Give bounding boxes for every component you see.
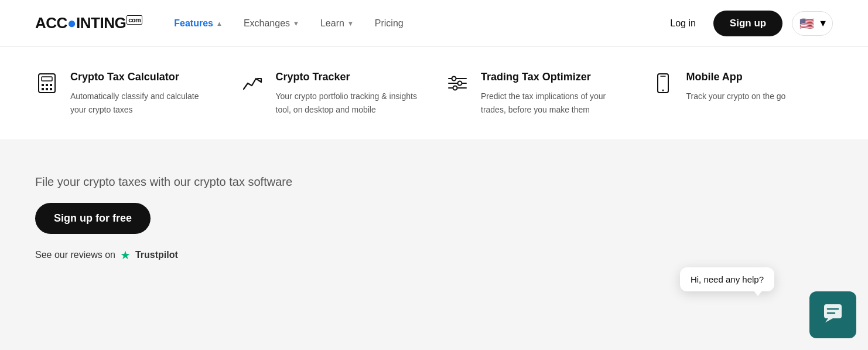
feature-crypto-tracker-desc: Your crypto portfolio tracking & insight… <box>276 90 423 116</box>
flag-icon: 🇺🇸 <box>797 14 816 33</box>
logo[interactable]: ACC●INTINGcom <box>35 14 142 32</box>
feature-crypto-tracker-content: Crypto Tracker Your crypto portfolio tra… <box>276 70 423 116</box>
nav-item-exchanges[interactable]: Exchanges ▼ <box>235 13 307 33</box>
signup-button[interactable]: Sign up <box>713 11 782 36</box>
sliders-icon <box>446 72 469 95</box>
main-nav: Features ▲ Exchanges ▼ Learn ▼ Pricing <box>166 13 662 33</box>
feature-mobile-app-content: Mobile App Track your crypto on the go <box>686 70 786 103</box>
feature-crypto-tax-title: Crypto Tax Calculator <box>70 70 217 84</box>
svg-rect-5 <box>42 88 44 90</box>
feature-crypto-tracker-title: Crypto Tracker <box>276 70 423 84</box>
chart-icon <box>241 72 264 95</box>
feature-mobile-app[interactable]: Mobile App Track your crypto on the go <box>651 70 833 116</box>
svg-point-13 <box>453 86 457 90</box>
feature-crypto-tax-content: Crypto Tax Calculator Automatically clas… <box>70 70 217 116</box>
feature-crypto-tracker[interactable]: Crypto Tracker Your crypto portfolio tra… <box>241 70 423 116</box>
chevron-up-icon: ▲ <box>216 20 223 27</box>
feature-trading-tax-content: Trading Tax Optimizer Predict the tax im… <box>481 70 628 116</box>
language-selector[interactable]: 🇺🇸 ▼ <box>792 11 833 36</box>
svg-rect-3 <box>46 84 48 86</box>
svg-point-15 <box>662 90 664 91</box>
feature-mobile-app-title: Mobile App <box>686 70 786 84</box>
svg-rect-6 <box>46 88 48 90</box>
feature-trading-tax-title: Trading Tax Optimizer <box>481 70 628 84</box>
chat-bubble: Hi, need any help? <box>680 267 774 286</box>
svg-point-11 <box>452 77 456 81</box>
trustpilot-row: See our reviews on ★ Trustpilot <box>35 248 833 262</box>
chevron-down-icon: ▼ <box>818 18 828 29</box>
hero-subtitle: File your crypto taxes with our crypto t… <box>35 175 833 189</box>
feature-trading-tax-optimizer[interactable]: Trading Tax Optimizer Predict the tax im… <box>446 70 628 116</box>
feature-mobile-app-desc: Track your crypto on the go <box>686 90 786 103</box>
svg-point-12 <box>458 81 462 86</box>
svg-rect-7 <box>50 88 52 90</box>
calculator-icon <box>35 72 59 95</box>
feature-trading-tax-desc: Predict the tax implications of your tra… <box>481 90 628 116</box>
feature-crypto-tax-calculator[interactable]: Crypto Tax Calculator Automatically clas… <box>35 70 217 116</box>
feature-crypto-tax-desc: Automatically classify and calculate you… <box>70 90 217 116</box>
svg-rect-4 <box>50 84 52 86</box>
chevron-down-icon: ▼ <box>347 20 354 27</box>
nav-item-pricing[interactable]: Pricing <box>367 13 412 33</box>
features-dropdown: Crypto Tax Calculator Automatically clas… <box>0 47 868 140</box>
chat-bubble-text: Hi, need any help? <box>691 274 764 284</box>
svg-rect-2 <box>42 84 44 86</box>
nav-actions: Log in Sign up 🇺🇸 ▼ <box>662 11 833 36</box>
svg-rect-1 <box>42 77 52 81</box>
navbar: ACC●INTINGcom Features ▲ Exchanges ▼ Lea… <box>0 0 868 47</box>
trustpilot-name: Trustpilot <box>135 250 178 260</box>
signup-free-button[interactable]: Sign up for free <box>35 203 151 234</box>
logo-text: ACC●INTINGcom <box>35 14 142 32</box>
trustpilot-prefix: See our reviews on <box>35 250 115 260</box>
nav-item-learn[interactable]: Learn ▼ <box>312 13 362 33</box>
nav-item-features[interactable]: Features ▲ <box>166 13 231 33</box>
chevron-down-icon: ▼ <box>293 20 299 27</box>
login-button[interactable]: Log in <box>662 13 704 33</box>
hero-section: File your crypto taxes with our crypto t… <box>0 140 868 286</box>
mobile-icon <box>651 72 675 95</box>
trustpilot-star-icon: ★ <box>120 248 131 262</box>
